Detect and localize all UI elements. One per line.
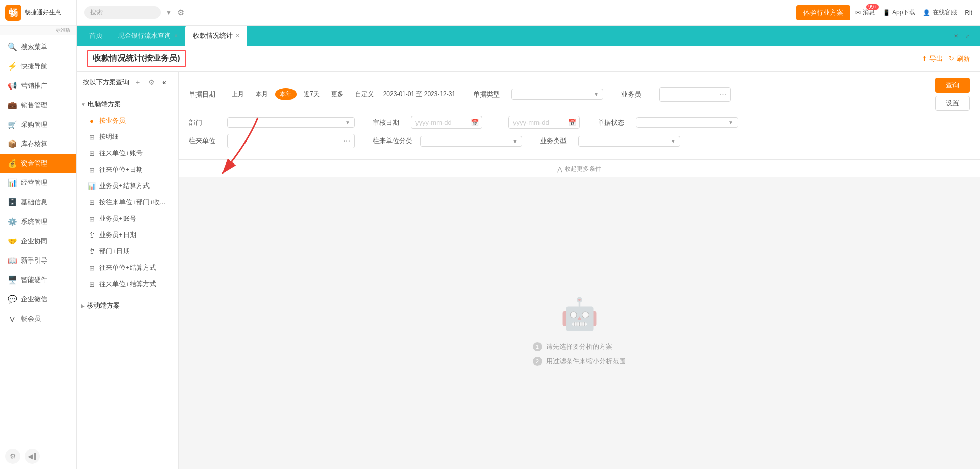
service-icon: 👤 <box>923 9 930 16</box>
date-btn-more[interactable]: 更多 <box>327 88 348 100</box>
tree-desktop-label: 电脑端方案 <box>88 100 121 109</box>
logo-icon: 畅 <box>5 5 21 21</box>
topbar-search[interactable]: 搜索 <box>84 6 161 19</box>
topbar-gear-icon[interactable]: ⚙ <box>177 8 184 17</box>
partner-category-select[interactable]: ▼ <box>420 136 522 147</box>
salesperson-more-icon[interactable]: ··· <box>720 90 726 99</box>
voucher-type-label: 单据类型 <box>473 90 504 99</box>
inventory-icon: 📦 <box>8 139 17 149</box>
review-date-end-input[interactable] <box>509 116 565 128</box>
query-button[interactable]: 查询 <box>935 78 970 93</box>
calendar-end-icon[interactable]: 📅 <box>565 116 579 128</box>
business-type-arrow: ▼ <box>671 138 676 144</box>
user-avatar[interactable]: Rit <box>965 9 972 16</box>
tree-item-by-salesperson[interactable]: ● 按业务员 <box>82 112 178 129</box>
sidebar-collapse-button[interactable]: ◀‖ <box>24 449 40 464</box>
sidebar-item-marketing[interactable]: 📢 营销推广 <box>0 76 76 96</box>
left-panel-actions: + ⚙ « <box>132 77 170 88</box>
filter-settings-button[interactable]: 设置 <box>935 96 970 111</box>
tab-home[interactable]: 首页 <box>82 26 110 46</box>
tree-mobile-parent[interactable]: ▶ 移动端方案 <box>77 297 178 314</box>
sidebar-item-wechat[interactable]: 💬 企业微信 <box>0 290 76 309</box>
salesperson-account-icon: ⊞ <box>88 215 96 223</box>
tab-receivable-stats-close[interactable]: × <box>236 32 239 39</box>
review-date-start-input[interactable] <box>411 116 468 128</box>
date-quick-group: 上月 本月 本年 近7天 更多 自定义 2023-01-01 至 2023-12… <box>227 88 455 100</box>
tree-item-partner-dept-label: 按往来单位+部门+收... <box>99 198 165 207</box>
window-close-button[interactable]: ✕ <box>952 32 960 39</box>
sidebar-item-enterprise[interactable]: 🤝 企业协同 <box>0 231 76 251</box>
voucher-status-arrow: ▼ <box>728 120 733 125</box>
tip-num-2: 2 <box>533 357 542 366</box>
tree-item-salesperson-date[interactable]: ⏱ 业务员+日期 <box>82 227 178 243</box>
scheme-settings-button[interactable]: ⚙ <box>145 77 157 88</box>
date-btn-this-year[interactable]: 本年 <box>275 88 297 100</box>
sidebar-item-search[interactable]: 🔍 搜索菜单 <box>0 37 76 57</box>
sidebar-item-system[interactable]: ⚙️ 系统管理 <box>0 212 76 231</box>
review-date-label: 审核日期 <box>373 118 403 127</box>
sidebar-settings-button[interactable]: ⚙ <box>5 449 20 464</box>
topbar-right: ✉ 消息 99+ 📱 App下载 👤 在线客服 Rit <box>855 8 972 17</box>
sidebar-item-operations[interactable]: 📊 经营管理 <box>0 173 76 193</box>
tree-item-by-detail[interactable]: ⊞ 按明细 <box>82 129 178 145</box>
tree-item-salesperson-account-label: 业务员+账号 <box>99 214 136 223</box>
date-btn-7days[interactable]: 近7天 <box>299 88 324 100</box>
sidebar: 畅 畅捷通好生意 标准版 🔍 搜索菜单 ⚡ 快捷导航 📢 营销推广 💼 销售管理… <box>0 0 77 469</box>
tree-item-salesperson-label: 按业务员 <box>99 116 126 125</box>
tree-item-salesperson-settle-label: 业务员+结算方式 <box>99 181 150 191</box>
partner-more-icon[interactable]: ··· <box>344 136 350 146</box>
sidebar-item-sales[interactable]: 💼 销售管理 <box>0 96 76 115</box>
tree-item-partner-dept[interactable]: ⊞ 按往来单位+部门+收... <box>82 194 178 210</box>
window-maximize-button[interactable]: ⤢ <box>964 32 971 39</box>
voucher-status-select[interactable]: ▼ <box>636 117 738 128</box>
collapse-more-button[interactable]: ⋀ 收起更多条件 <box>179 160 980 177</box>
sidebar-item-guide[interactable]: 📖 新手引导 <box>0 251 76 270</box>
partner-select[interactable]: ··· <box>227 134 355 148</box>
online-service-button[interactable]: 👤 在线客服 <box>923 8 957 17</box>
tree-item-dept-date-label: 部门+日期 <box>99 247 130 256</box>
left-panel-header: 按以下方案查询 + ⚙ « <box>77 72 178 93</box>
tab-bank-flow[interactable]: 现金银行流水查询 × <box>110 26 185 46</box>
tree-item-dept-date[interactable]: ⏱ 部门+日期 <box>82 243 178 260</box>
logo-text: 畅捷通好生意 <box>24 9 61 17</box>
sidebar-item-member[interactable]: V 畅会员 <box>0 309 76 329</box>
salesperson-select[interactable]: ··· <box>659 87 731 102</box>
message-button[interactable]: ✉ 消息 99+ <box>855 8 875 17</box>
sidebar-item-quick-nav[interactable]: ⚡ 快捷导航 <box>0 57 76 76</box>
tree-desktop-parent[interactable]: ▼ 电脑端方案 <box>77 96 178 112</box>
business-type-select[interactable]: ▼ <box>578 136 680 147</box>
right-panel: 单据日期 上月 本月 本年 近7天 更多 自定义 2023-01-01 至 20… <box>179 72 980 469</box>
trial-button[interactable]: 体验行业方案 <box>796 5 850 20</box>
tree-item-partner-settle2[interactable]: ⊞ 往来单位+结算方式 <box>82 276 178 292</box>
page-title-box: 收款情况统计(按业务员) <box>87 50 186 67</box>
sidebar-item-inventory[interactable]: 📦 库存核算 <box>0 134 76 154</box>
content-area: 按以下方案查询 + ⚙ « ▼ 电脑端方案 ● 按业 <box>77 72 980 469</box>
sidebar-bottom: ⚙ ◀‖ <box>0 443 76 469</box>
voucher-type-select[interactable]: ▼ <box>511 89 603 100</box>
tree-item-partner-account[interactable]: ⊞ 往来单位+账号 <box>82 145 178 161</box>
tree-item-partner-settle1[interactable]: ⊞ 往来单位+结算方式 <box>82 260 178 276</box>
date-btn-this-month[interactable]: 本月 <box>251 88 273 100</box>
sidebar-item-purchase[interactable]: 🛒 采购管理 <box>0 115 76 134</box>
app-download-button[interactable]: 📱 App下载 <box>883 8 915 17</box>
tree-item-salesperson-settle[interactable]: 📊 业务员+结算方式 <box>82 178 178 194</box>
sidebar-item-funds[interactable]: 💰 资金管理 <box>0 154 76 173</box>
tab-receivable-stats[interactable]: 收款情况统计 × <box>185 26 247 46</box>
refresh-button[interactable]: ↻ 刷新 <box>949 54 970 63</box>
date-btn-last-month[interactable]: 上月 <box>227 88 249 100</box>
sidebar-item-basic[interactable]: 🗄️ 基础信息 <box>0 193 76 212</box>
date-btn-custom[interactable]: 自定义 <box>351 88 378 100</box>
calendar-start-icon[interactable]: 📅 <box>468 116 482 128</box>
export-button[interactable]: ⬆ 导出 <box>922 54 943 63</box>
panel-collapse-button[interactable]: « <box>159 77 170 88</box>
tree-item-salesperson-account[interactable]: ⊞ 业务员+账号 <box>82 210 178 227</box>
tree-section-desktop: ▼ 电脑端方案 ● 按业务员 ⊞ 按明细 ⊞ <box>77 93 178 295</box>
dept-select[interactable]: ▼ <box>227 117 355 128</box>
tree-item-salesperson-date-label: 业务员+日期 <box>99 230 136 240</box>
tab-bank-flow-close[interactable]: × <box>174 32 178 39</box>
sidebar-item-hardware[interactable]: 🖥️ 智能硬件 <box>0 270 76 290</box>
tree-item-partner-date[interactable]: ⊞ 往来单位+日期 <box>82 161 178 178</box>
topbar-dropdown-arrow[interactable]: ▼ <box>166 9 172 16</box>
partner-settle1-icon: ⊞ <box>88 264 96 272</box>
add-scheme-button[interactable]: + <box>132 77 143 88</box>
